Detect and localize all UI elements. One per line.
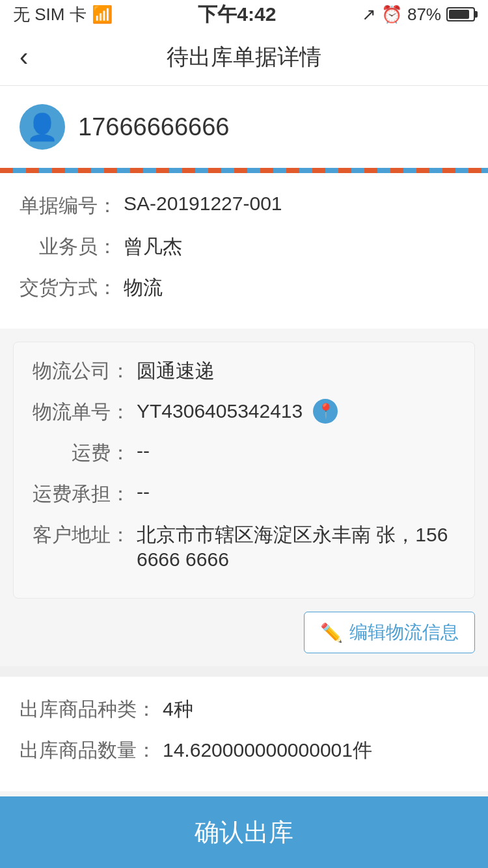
battery-fill xyxy=(449,10,469,19)
page-title: 待出库单据详情 xyxy=(167,42,321,72)
location-status-icon: ↗ xyxy=(362,5,376,25)
freight-bear-row: 运费承担： -- xyxy=(29,481,459,508)
delivery-value: 物流 xyxy=(124,275,468,301)
goods-section: 出库商品种类： 4种 出库商品数量： 14.620000000000001件 xyxy=(0,677,488,791)
logistics-company-row: 物流公司： 圆通速递 xyxy=(29,358,459,385)
carrier-label: 无 SIM 卡 xyxy=(13,3,87,26)
map-pin-icon[interactable]: 📍 xyxy=(313,399,338,424)
customer-section: 👤 17666666666 xyxy=(0,86,488,168)
order-number-label: 单据编号： xyxy=(20,193,117,219)
goods-type-value: 4种 xyxy=(163,696,468,723)
delivery-label: 交货方式： xyxy=(20,275,117,301)
staff-value: 曾凡杰 xyxy=(124,234,468,260)
logistics-tracking-label: 物流单号： xyxy=(29,399,130,426)
status-left: 无 SIM 卡 📶 xyxy=(13,3,113,26)
order-info-section: 单据编号： SA-20191227-001 业务员： 曾凡杰 交货方式： 物流 xyxy=(0,173,488,329)
confirm-btn-bar[interactable]: 确认出库 xyxy=(0,796,488,868)
status-right: ↗ ⏰ 87% xyxy=(362,5,475,25)
address-row: 客户地址： 北京市市辖区海淀区永丰南 张，156 6666 6666 xyxy=(29,522,459,571)
freight-label: 运费： xyxy=(29,440,130,467)
customer-phone: 17666666666 xyxy=(78,113,229,141)
dashed-divider xyxy=(0,168,488,173)
logistics-tracking-row: 物流单号： YT4306405342413 📍 xyxy=(29,399,459,426)
delivery-row: 交货方式： 物流 xyxy=(20,275,468,301)
freight-value: -- xyxy=(137,440,459,462)
goods-type-row: 出库商品种类： 4种 xyxy=(20,696,468,723)
goods-type-label: 出库商品种类： xyxy=(20,696,156,723)
alarm-icon: ⏰ xyxy=(381,5,402,25)
logistics-tracking-value: YT4306405342413 📍 xyxy=(137,399,459,424)
logistics-card: 物流公司： 圆通速递 物流单号： YT4306405342413 📍 运费： -… xyxy=(13,342,475,599)
edit-btn-row: ✏️ 编辑物流信息 xyxy=(0,612,488,666)
nav-bar: ‹ 待出库单据详情 xyxy=(0,29,488,86)
staff-label: 业务员： xyxy=(20,234,117,260)
main-content: 👤 17666666666 单据编号： SA-20191227-001 业务员：… xyxy=(0,86,488,868)
address-value: 北京市市辖区海淀区永丰南 张，156 6666 6666 xyxy=(137,522,459,571)
staff-row: 业务员： 曾凡杰 xyxy=(20,234,468,260)
back-button[interactable]: ‹ xyxy=(20,42,28,72)
edit-logistics-button[interactable]: ✏️ 编辑物流信息 xyxy=(304,612,475,653)
status-bar: 无 SIM 卡 📶 下午4:42 ↗ ⏰ 87% xyxy=(0,0,488,29)
freight-bear-label: 运费承担： xyxy=(29,481,130,508)
logistics-company-label: 物流公司： xyxy=(29,358,130,385)
confirm-btn-label: 确认出库 xyxy=(195,816,293,849)
order-number-value: SA-20191227-001 xyxy=(124,193,468,215)
edit-icon: ✏️ xyxy=(320,622,343,644)
edit-btn-label: 编辑物流信息 xyxy=(349,620,459,645)
person-icon: 👤 xyxy=(26,112,59,142)
address-label: 客户地址： xyxy=(29,522,130,549)
goods-quantity-row: 出库商品数量： 14.620000000000001件 xyxy=(20,737,468,764)
freight-row: 运费： -- xyxy=(29,440,459,467)
order-number-row: 单据编号： SA-20191227-001 xyxy=(20,193,468,219)
section-divider xyxy=(0,666,488,677)
logistics-company-value: 圆通速递 xyxy=(137,358,459,385)
battery-icon xyxy=(446,7,475,21)
freight-bear-value: -- xyxy=(137,481,459,503)
wifi-icon: 📶 xyxy=(92,5,113,25)
avatar: 👤 xyxy=(20,104,65,150)
goods-quantity-label: 出库商品数量： xyxy=(20,737,156,764)
goods-quantity-value: 14.620000000000001件 xyxy=(163,737,468,764)
battery-percent: 87% xyxy=(407,5,441,25)
status-time: 下午4:42 xyxy=(198,1,276,28)
